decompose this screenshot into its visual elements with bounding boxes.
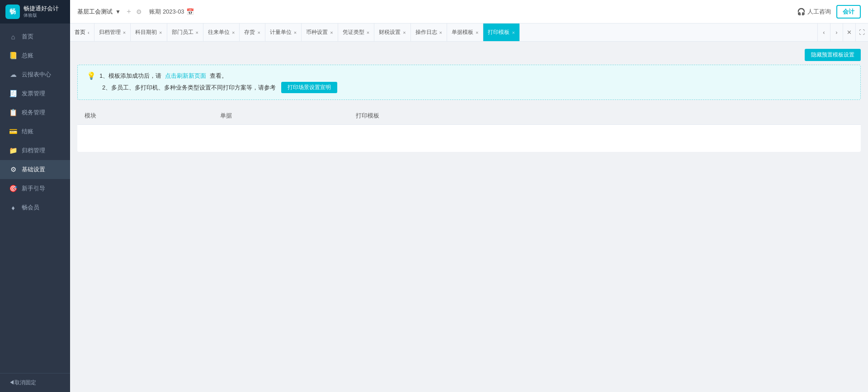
explain-button[interactable]: 打印场景设置宣明 bbox=[281, 82, 337, 93]
tab-dept[interactable]: 部门员工 × bbox=[167, 24, 203, 41]
tab-printtemplate[interactable]: 打印模板 × bbox=[483, 24, 519, 41]
period-display: 账期 2023-03 📅 bbox=[149, 8, 194, 16]
logo-area: 畅 畅捷通好会计 体验版 bbox=[0, 0, 70, 24]
unpin-label: ◀取消固定 bbox=[9, 379, 36, 387]
tab-inventory-close[interactable]: × bbox=[257, 30, 260, 35]
add-company-icon[interactable]: ＋ bbox=[125, 7, 132, 16]
tab-taxsetting[interactable]: 财税设置 × bbox=[374, 24, 410, 41]
invoice-icon: 🧾 bbox=[9, 90, 17, 98]
sidebar-label-guide: 新手引导 bbox=[22, 184, 45, 193]
print-template-table: 模块 单据 打印模板 bbox=[77, 107, 861, 152]
sidebar-item-ledger[interactable]: 📒 总账 bbox=[0, 46, 70, 65]
sidebar-item-settings[interactable]: ⚙ 基础设置 bbox=[0, 160, 70, 179]
info-line1-suffix: 查看。 bbox=[210, 72, 227, 80]
period-label: 账期 bbox=[149, 8, 161, 16]
support-button[interactable]: 🎧 人工咨询 bbox=[797, 8, 831, 16]
col-module-label: 模块 bbox=[85, 112, 96, 119]
tab-singledoc-close[interactable]: × bbox=[476, 30, 478, 35]
tab-unit-label: 计量单位 bbox=[270, 28, 292, 36]
archive-icon: 📁 bbox=[9, 146, 17, 155]
tab-oplog-label: 操作日志 bbox=[415, 28, 437, 36]
tab-subject-label: 科目期初 bbox=[135, 28, 157, 36]
ledger-icon: 📒 bbox=[9, 52, 17, 60]
sidebar-item-member[interactable]: ♦ 畅会员 bbox=[0, 198, 70, 217]
table-col-template: 打印模板 bbox=[349, 107, 861, 124]
tab-oplog-close[interactable]: × bbox=[439, 30, 442, 35]
sidebar-label-settings: 基础设置 bbox=[22, 165, 45, 174]
main-area: 基层工会测试 ▼ ＋ ⚙ 账期 2023-03 📅 🎧 人工咨询 会计 首页 ‹… bbox=[70, 0, 868, 392]
tab-customer-label: 往来单位 bbox=[208, 28, 230, 36]
tab-archive-label: 归档管理 bbox=[99, 28, 121, 36]
guide-icon: 🎯 bbox=[9, 184, 17, 193]
tab-currency-close[interactable]: × bbox=[330, 30, 333, 35]
sidebar-label-invoice: 发票管理 bbox=[22, 90, 45, 98]
tab-taxsetting-close[interactable]: × bbox=[403, 30, 406, 35]
tab-next-button[interactable]: › bbox=[830, 24, 843, 42]
refresh-link[interactable]: 点击刷新新页面 bbox=[165, 72, 206, 80]
sidebar-item-home[interactable]: ⌂ 首页 bbox=[0, 27, 70, 46]
topbar: 基层工会测试 ▼ ＋ ⚙ 账期 2023-03 📅 🎧 人工咨询 会计 bbox=[70, 0, 868, 24]
sidebar-item-tax[interactable]: 📋 税务管理 bbox=[0, 103, 70, 122]
tab-currency-label: 币种设置 bbox=[306, 28, 328, 36]
tab-expand-button[interactable]: ⛶ bbox=[855, 24, 868, 42]
sidebar-item-report[interactable]: ☁ 云报表中心 bbox=[0, 65, 70, 84]
tab-voucher[interactable]: 凭证类型 × bbox=[338, 24, 374, 41]
tab-customer-close[interactable]: × bbox=[232, 30, 235, 35]
sidebar-label-member: 畅会员 bbox=[22, 203, 39, 212]
tab-inventory[interactable]: 存货 × bbox=[240, 24, 265, 41]
sidebar-item-guide[interactable]: 🎯 新手引导 bbox=[0, 179, 70, 198]
sidebar-label-settle: 结账 bbox=[22, 128, 33, 136]
tab-inventory-label: 存货 bbox=[244, 28, 255, 36]
sidebar-label-archive: 归档管理 bbox=[22, 146, 45, 155]
sidebar-label-home: 首页 bbox=[22, 33, 33, 41]
col-template-label: 打印模板 bbox=[356, 112, 379, 119]
tab-dept-label: 部门员工 bbox=[172, 28, 193, 36]
tab-unit-close[interactable]: × bbox=[294, 30, 297, 35]
sidebar-item-invoice[interactable]: 🧾 发票管理 bbox=[0, 84, 70, 103]
info-line1-prefix: 1、模板添加成功后，请 bbox=[99, 72, 161, 80]
tab-voucher-label: 凭证类型 bbox=[343, 28, 364, 36]
tab-archive[interactable]: 归档管理 × bbox=[94, 24, 131, 41]
hide-template-button[interactable]: 隐藏预置模板设置 bbox=[805, 49, 861, 61]
info-box: 💡 1、模板添加成功后，请 点击刷新新页面 查看。 2、多员工、多打印机、多种业… bbox=[77, 65, 861, 100]
period-value: 2023-03 bbox=[163, 8, 184, 15]
sidebar-label-report: 云报表中心 bbox=[22, 71, 51, 79]
tab-archive-close[interactable]: × bbox=[123, 30, 126, 35]
tab-home[interactable]: 首页 ‹ bbox=[70, 24, 94, 41]
tax-icon: 📋 bbox=[9, 109, 17, 117]
bulb-icon: 💡 bbox=[87, 71, 96, 80]
tab-customer[interactable]: 往来单位 × bbox=[203, 24, 240, 41]
tab-subject[interactable]: 科目期初 × bbox=[131, 24, 167, 41]
sidebar-item-settle[interactable]: 💳 结账 bbox=[0, 122, 70, 141]
col-doc-label: 单据 bbox=[220, 112, 232, 119]
headset-icon: 🎧 bbox=[797, 8, 806, 16]
sidebar-item-archive[interactable]: 📁 归档管理 bbox=[0, 141, 70, 160]
report-icon: ☁ bbox=[9, 71, 17, 79]
app-title: 畅捷通好会计 bbox=[24, 5, 59, 13]
calendar-icon[interactable]: 📅 bbox=[186, 8, 194, 15]
support-label: 人工咨询 bbox=[807, 8, 831, 16]
info-row-2: 2、多员工、多打印机、多种业务类型设置不同打印方案等，请参考 打印场景设置宣明 bbox=[87, 82, 851, 93]
tab-unit[interactable]: 计量单位 × bbox=[265, 24, 302, 41]
tab-voucher-close[interactable]: × bbox=[367, 30, 369, 35]
logo-icon: 畅 bbox=[5, 5, 20, 19]
tab-currency[interactable]: 币种设置 × bbox=[302, 24, 338, 41]
tab-prev-button[interactable]: ‹ bbox=[817, 24, 830, 42]
logo-text-block: 畅捷通好会计 体验版 bbox=[24, 5, 59, 19]
unpin-button[interactable]: ◀取消固定 bbox=[0, 373, 70, 392]
topbar-actions: 🎧 人工咨询 会计 bbox=[797, 5, 861, 19]
tabbar: 首页 ‹ 归档管理 × 科目期初 × 部门员工 × 往来单位 × 存货 × 计量… bbox=[70, 24, 868, 42]
tab-close-all-button[interactable]: ✕ bbox=[843, 24, 855, 42]
table-col-doc: 单据 bbox=[213, 107, 349, 124]
tab-subject-close[interactable]: × bbox=[159, 30, 162, 35]
kuaiji-button[interactable]: 会计 bbox=[836, 5, 861, 19]
tab-oplog[interactable]: 操作日志 × bbox=[411, 24, 447, 41]
tab-printtemplate-close[interactable]: × bbox=[512, 30, 514, 35]
tab-home-nav[interactable]: ‹ bbox=[88, 30, 90, 35]
settings-gear-icon[interactable]: ⚙ bbox=[136, 8, 142, 15]
tab-singledoc[interactable]: 单据模板 × bbox=[447, 24, 483, 41]
tab-home-label: 首页 bbox=[75, 28, 85, 36]
tab-singledoc-label: 单据模板 bbox=[452, 28, 473, 36]
tab-dept-close[interactable]: × bbox=[196, 30, 198, 35]
company-selector[interactable]: 基层工会测试 ▼ bbox=[77, 8, 121, 16]
